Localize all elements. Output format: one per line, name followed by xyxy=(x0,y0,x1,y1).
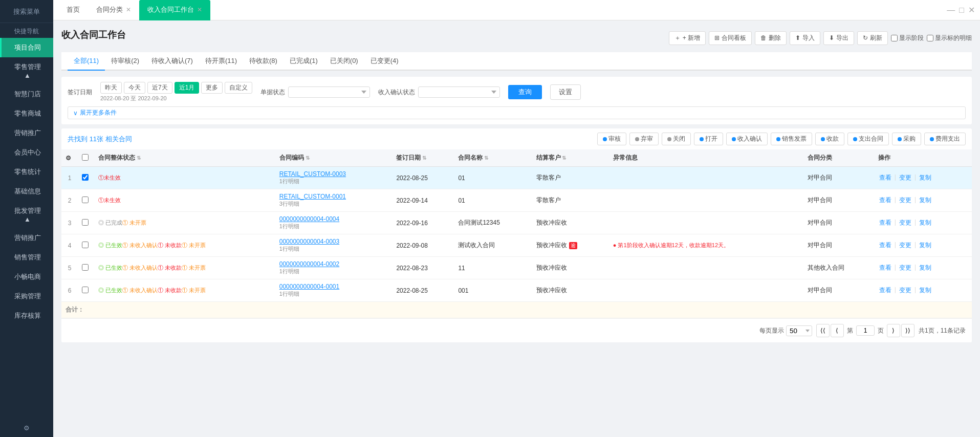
view-btn[interactable]: 查看 xyxy=(878,241,892,250)
tab-close-income-contract[interactable]: ✕ xyxy=(197,6,202,13)
show-stages-checkbox[interactable]: 显示阶段 xyxy=(891,34,924,42)
filter-tab-pending-invoice[interactable]: 待开票(11) xyxy=(199,52,243,71)
sidebar-item-member[interactable]: 会员中心 xyxy=(0,143,53,162)
th-code[interactable]: 合同编码 xyxy=(275,149,393,167)
show-stages-input[interactable] xyxy=(891,35,898,41)
contract-code-link[interactable]: 0000000000004-0004 xyxy=(279,215,339,223)
last1month-btn[interactable]: 近1月 xyxy=(175,82,200,94)
query-button[interactable]: 查询 xyxy=(508,85,542,99)
sidebar-item-smart-shop[interactable]: 智慧门店 xyxy=(0,84,53,104)
row-checkbox[interactable] xyxy=(82,264,89,271)
edit-btn[interactable]: 变更 xyxy=(898,241,912,250)
open-btn[interactable]: 打开 xyxy=(694,133,723,145)
page-first-btn[interactable]: ⟨⟨ xyxy=(816,324,830,337)
show-marks-checkbox[interactable]: 显示标的明细 xyxy=(927,34,972,42)
contract-code-link[interactable]: 0000000000004-0002 xyxy=(279,260,339,268)
filter-tab-changed[interactable]: 已变更(4) xyxy=(364,52,405,71)
close-icon[interactable]: ✕ xyxy=(968,5,975,15)
sidebar-item-retail[interactable]: 零售管理 ▲ xyxy=(0,57,53,84)
copy-btn[interactable]: 复制 xyxy=(918,264,932,272)
th-sign-date[interactable]: 签订日期 xyxy=(392,149,454,167)
review-btn[interactable]: 审核 xyxy=(597,133,626,145)
copy-btn[interactable]: 复制 xyxy=(918,286,932,295)
sidebar-search[interactable]: 搜索菜单 xyxy=(0,0,53,23)
row-checkbox[interactable] xyxy=(82,174,89,181)
view-btn[interactable]: 查看 xyxy=(878,286,892,295)
filter-tab-all[interactable]: 全部(11) xyxy=(68,52,105,71)
sidebar-item-inventory[interactable]: 库存核算 xyxy=(0,306,53,325)
filter-tab-completed[interactable]: 已完成(1) xyxy=(284,52,324,71)
tab-close-contract-cat[interactable]: ✕ xyxy=(126,6,131,13)
edit-btn[interactable]: 变更 xyxy=(898,264,912,272)
refresh-button[interactable]: ↻ 刷新 xyxy=(857,31,888,45)
edit-btn[interactable]: 变更 xyxy=(898,196,912,205)
copy-btn[interactable]: 复制 xyxy=(918,218,932,227)
expense-pay-btn[interactable]: 费用支出 xyxy=(924,133,966,145)
view-btn[interactable]: 查看 xyxy=(878,196,892,205)
expense-contract-btn[interactable]: 支出合同 xyxy=(847,133,889,145)
page-prev-btn[interactable]: ⟨ xyxy=(831,324,844,337)
sidebar-item-marketing[interactable]: 营销推广 xyxy=(0,123,53,143)
filter-tab-pending-payment[interactable]: 待收款(8) xyxy=(243,52,284,71)
filter-tab-closed[interactable]: 已关闭(0) xyxy=(324,52,364,71)
sidebar-item-marketing2[interactable]: 营销推广 xyxy=(0,228,53,248)
copy-btn[interactable]: 复制 xyxy=(918,196,932,205)
edit-btn[interactable]: 变更 xyxy=(898,218,912,227)
view-btn[interactable]: 查看 xyxy=(878,218,892,227)
filter-tab-pending-income[interactable]: 待收入确认(7) xyxy=(145,52,199,71)
sidebar-item-wholesale[interactable]: 批发管理 ▲ xyxy=(0,201,53,228)
kanban-button[interactable]: ⊞ 合同看板 xyxy=(709,31,752,45)
row-checkbox[interactable] xyxy=(82,219,89,226)
sidebar-item-purchase[interactable]: 采购管理 xyxy=(0,287,53,306)
purchase-btn[interactable]: 采购 xyxy=(892,133,921,145)
expand-conditions-btn[interactable]: ∨ 展开更多条件 xyxy=(68,106,966,119)
income-confirm-select[interactable] xyxy=(418,86,500,98)
sidebar-item-ecom[interactable]: 小畅电商 xyxy=(0,267,53,287)
contract-code-link[interactable]: 0000000000004-0003 xyxy=(279,238,339,245)
page-next-btn[interactable]: ⟩ xyxy=(887,324,900,337)
edit-btn[interactable]: 变更 xyxy=(898,173,912,182)
copy-btn[interactable]: 复制 xyxy=(918,241,932,250)
yesterday-btn[interactable]: 昨天 xyxy=(100,82,122,94)
page-last-btn[interactable]: ⟩⟩ xyxy=(901,324,914,337)
abandon-btn[interactable]: 弃审 xyxy=(629,133,659,145)
th-checkbox[interactable] xyxy=(78,149,94,167)
doc-status-select[interactable] xyxy=(288,86,370,98)
export-button[interactable]: ⬇ 导出 xyxy=(823,31,854,45)
th-status[interactable]: 合同整体状态 xyxy=(94,149,275,167)
close-contract-btn[interactable]: 关闭 xyxy=(662,133,691,145)
row-checkbox[interactable] xyxy=(82,196,89,203)
income-confirm-btn[interactable]: 收入确认 xyxy=(726,133,768,145)
view-btn[interactable]: 查看 xyxy=(878,264,892,272)
maximize-icon[interactable]: □ xyxy=(959,6,964,15)
copy-btn[interactable]: 复制 xyxy=(918,173,932,182)
more-btn[interactable]: 更多 xyxy=(201,82,223,94)
filter-settings-button[interactable]: 设置 xyxy=(550,84,581,100)
custom-btn[interactable]: 自定义 xyxy=(225,82,252,94)
add-button[interactable]: ＋ + 新增 xyxy=(669,31,706,45)
row-checkbox[interactable] xyxy=(82,242,89,248)
page-size-select[interactable]: 10 20 50 100 xyxy=(786,325,812,336)
today-btn[interactable]: 今天 xyxy=(124,82,145,94)
th-customer[interactable]: 结算客户 xyxy=(532,149,609,167)
sidebar-item-project[interactable]: 项目合同 xyxy=(0,38,53,57)
tab-contract-cat[interactable]: 合同分类 ✕ xyxy=(88,0,139,20)
sidebar-item-retail-mall[interactable]: 零售商城 xyxy=(0,104,53,123)
th-name[interactable]: 合同名称 xyxy=(454,149,532,167)
select-all-checkbox[interactable] xyxy=(82,154,89,161)
sidebar-settings[interactable]: ⚙ xyxy=(0,419,53,437)
table-scroll[interactable]: ⚙ 合同整体状态 合同编码 签订日期 合同名称 结算客户 异常信息 合同分类 操… xyxy=(61,149,972,318)
sales-invoice-btn[interactable]: 销售发票 xyxy=(771,133,812,145)
sidebar-item-sales-mgmt[interactable]: 销售管理 xyxy=(0,248,53,267)
filter-tab-pending-review[interactable]: 待审核(2) xyxy=(105,52,145,71)
sidebar-nav[interactable]: 快捷导航 xyxy=(0,23,53,38)
tab-home[interactable]: 首页 xyxy=(58,0,88,20)
sidebar-item-retail-stat[interactable]: 零售统计 xyxy=(0,162,53,182)
collection-btn[interactable]: 收款 xyxy=(815,133,844,145)
sidebar-item-basic-info[interactable]: 基础信息 xyxy=(0,182,53,201)
import-button[interactable]: ⬆ 导入 xyxy=(790,31,820,45)
th-settings[interactable]: ⚙ xyxy=(61,149,78,167)
contract-code-link[interactable]: RETAIL_CUSTOM-0001 xyxy=(279,193,346,200)
view-btn[interactable]: 查看 xyxy=(878,173,892,182)
page-input[interactable] xyxy=(856,325,875,336)
